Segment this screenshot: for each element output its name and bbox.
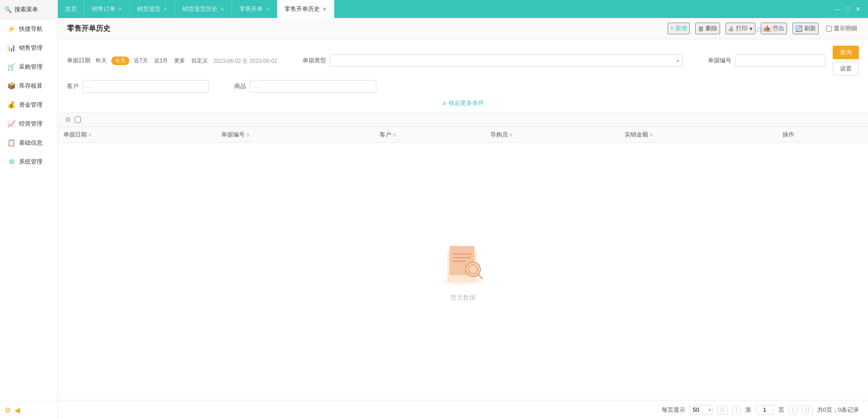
collapse-filter-btn[interactable]: ∧ 收起更多条件 [67, 97, 859, 109]
th-date[interactable]: 单据日期⇅ [58, 127, 216, 143]
sidebar-item-operation[interactable]: 📈经营管理 [0, 114, 57, 133]
sidebar: 🔍 搜索菜单 ⚡快捷导航📊销售管理🛒采购管理📦库存核算💰资金管理📈经营管理📋基础… [0, 0, 58, 419]
settings-button[interactable]: 设置 [833, 62, 859, 75]
th-amount[interactable]: 实销金额⇅ [619, 127, 777, 143]
minimize-btn[interactable]: — [835, 5, 841, 13]
table-settings-icon[interactable]: ⚙ [65, 116, 71, 124]
sidebar-search[interactable]: 🔍 搜索菜单 [0, 0, 57, 19]
tab-bar: 首页销售订单✕销货退货✕销货退货历史✕零售开单✕零售开单历史✕ — □ ✕ [58, 0, 868, 18]
tab-close-retail-open[interactable]: ✕ [266, 6, 270, 12]
product-label: 商品 [234, 82, 246, 90]
tab-retail-open[interactable]: 零售开单✕ [232, 0, 277, 18]
doc-type-select[interactable] [330, 54, 683, 67]
doc-type-select-wrapper: ▾ [330, 54, 683, 67]
th-no[interactable]: 单据编号⇅ [216, 127, 374, 143]
table-wrapper: ⚙ 单据日期⇅单据编号⇅客户⇅导购员⇅实销金额⇅操作 [58, 113, 868, 400]
sidebar-item-finance[interactable]: 💰资金管理 [0, 95, 57, 114]
tab-sales-order[interactable]: 销售订单✕ [85, 0, 130, 18]
product-input-wrapper[interactable]: ··· [250, 80, 376, 93]
sidebar-label-system: 系统管理 [19, 158, 43, 166]
sort-icon-salesman: ⇅ [509, 132, 513, 137]
last-month-btn[interactable]: 近1月 [152, 56, 170, 65]
next-page-btn[interactable]: ⟩ [789, 405, 797, 414]
maximize-btn[interactable]: □ [846, 5, 850, 13]
last7-btn[interactable]: 近7天 [132, 56, 150, 65]
sidebar-item-sales-mgmt[interactable]: 📊销售管理 [0, 38, 57, 57]
doc-no-input[interactable] [735, 54, 825, 67]
page-suffix-label: 页 [778, 406, 784, 414]
sidebar-search-label: 搜索菜单 [14, 5, 38, 14]
print-button[interactable]: 🖨 打印 ▾ [726, 23, 755, 34]
tab-close-sales-order[interactable]: ✕ [118, 6, 122, 12]
main-table: 单据日期⇅单据编号⇅客户⇅导购员⇅实销金额⇅操作 [58, 127, 868, 143]
table-toolbar: ⚙ [58, 113, 868, 127]
print-icon: 🖨 [728, 25, 734, 32]
delete-button[interactable]: 🗑 删除 [695, 23, 720, 34]
th-action: 操作 [777, 127, 868, 143]
sort-icon-no: ⇅ [246, 132, 250, 137]
display-detail-checkbox[interactable] [826, 26, 832, 32]
th-customer[interactable]: 客户⇅ [374, 127, 485, 143]
tab-label-retail-open-history: 零售开单历史 [285, 5, 320, 13]
tab-home[interactable]: 首页 [58, 0, 85, 18]
sidebar-label-purchase-mgmt: 采购管理 [19, 63, 43, 71]
query-button[interactable]: 查询 [833, 46, 859, 59]
sidebar-item-quick-nav[interactable]: ⚡快捷导航 [0, 19, 57, 38]
custom-date-btn[interactable]: 自定义 [190, 56, 209, 65]
tab-label-sales-return-history: 销货退货历史 [182, 5, 218, 13]
doc-type-label: 单据类型 [303, 56, 326, 65]
today-btn[interactable]: 今天 [111, 56, 129, 65]
empty-text: 暂无数据 [451, 294, 476, 302]
filter-row-2: 客户 ··· 商品 ··· [67, 80, 859, 93]
settings-footer-btn[interactable]: ⚙ [5, 406, 11, 414]
tab-sales-return[interactable]: 销货退货✕ [130, 0, 175, 18]
close-btn[interactable]: ✕ [855, 5, 861, 13]
sidebar-footer: ⚙ ◀ [0, 401, 57, 419]
tab-retail-open-history[interactable]: 零售开单历史✕ [277, 0, 334, 18]
customer-input-wrapper[interactable]: ··· [82, 80, 209, 93]
sidebar-label-sales-mgmt: 销售管理 [19, 44, 43, 52]
sidebar-icon-sales-mgmt: 📊 [7, 44, 15, 52]
pagination: 每页显示 102050100 ▾ ⟨⟨ ⟨ 第 页 ⟩ ⟩⟩ 共0页，0条记录 [58, 400, 868, 419]
product-placeholder: ··· [254, 83, 372, 90]
sidebar-item-purchase-mgmt[interactable]: 🛒采购管理 [0, 57, 57, 76]
tab-sales-return-history[interactable]: 销货退货历史✕ [175, 0, 232, 18]
new-button[interactable]: + 新增 [668, 23, 690, 34]
sidebar-item-inventory[interactable]: 📦库存核算 [0, 76, 57, 95]
prev-page-btn[interactable]: ⟨ [732, 405, 741, 414]
sidebar-item-basic-info[interactable]: 📋基础信息 [0, 133, 57, 152]
display-detail-label[interactable]: 显示明细 [824, 24, 859, 33]
empty-icon [436, 241, 490, 287]
select-all-checkbox[interactable] [75, 117, 81, 123]
th-salesman[interactable]: 导购员⇅ [485, 127, 619, 143]
tab-close-retail-open-history[interactable]: ✕ [323, 6, 327, 12]
tab-close-sales-return[interactable]: ✕ [163, 6, 167, 12]
sort-icon-customer: ⇅ [393, 132, 396, 137]
tab-label-sales-order: 销售订单 [92, 5, 115, 13]
first-page-btn[interactable]: ⟨⟨ [717, 405, 728, 414]
sidebar-icon-system: ⚙ [7, 158, 15, 166]
date-shortcuts: 昨天 今天 近7天 近1月 更多 自定义 [94, 56, 209, 65]
table-header-row: 单据日期⇅单据编号⇅客户⇅导购员⇅实销金额⇅操作 [58, 127, 868, 143]
more-date-btn[interactable]: 更多 [172, 56, 187, 65]
page-number-input[interactable] [756, 405, 774, 414]
yesterday-btn[interactable]: 昨天 [94, 56, 109, 65]
collapse-footer-btn[interactable]: ◀ [14, 406, 20, 414]
per-page-select[interactable]: 102050100 [690, 405, 712, 414]
filter-row-1: 单据日期 昨天 今天 近7天 近1月 更多 自定义 2023-06-02 至 2… [67, 46, 859, 75]
sort-icon-amount: ⇅ [650, 132, 653, 137]
per-page-wrapper: 102050100 ▾ [690, 405, 712, 414]
page-total: 共0页，0条记录 [817, 406, 859, 414]
last-page-btn[interactable]: ⟩⟩ [802, 405, 813, 414]
sort-icon-date: ⇅ [88, 132, 92, 137]
filter-area: 单据日期 昨天 今天 近7天 近1月 更多 自定义 2023-06-02 至 2… [58, 39, 868, 113]
tab-label-sales-return: 销货退货 [137, 5, 161, 13]
delete-icon: 🗑 [698, 25, 704, 32]
refresh-button[interactable]: 🔄 刷新 [792, 23, 819, 34]
sidebar-item-system[interactable]: ⚙系统管理 [0, 152, 57, 171]
doc-type-filter-field: 单据类型 ▾ [303, 54, 683, 67]
doc-no-label: 单据编号 [708, 56, 731, 65]
tab-close-sales-return-history[interactable]: ✕ [220, 6, 224, 12]
sidebar-icon-basic-info: 📋 [7, 139, 15, 147]
date-filter-field: 单据日期 昨天 今天 近7天 近1月 更多 自定义 2023-06-02 至 2… [67, 56, 277, 65]
